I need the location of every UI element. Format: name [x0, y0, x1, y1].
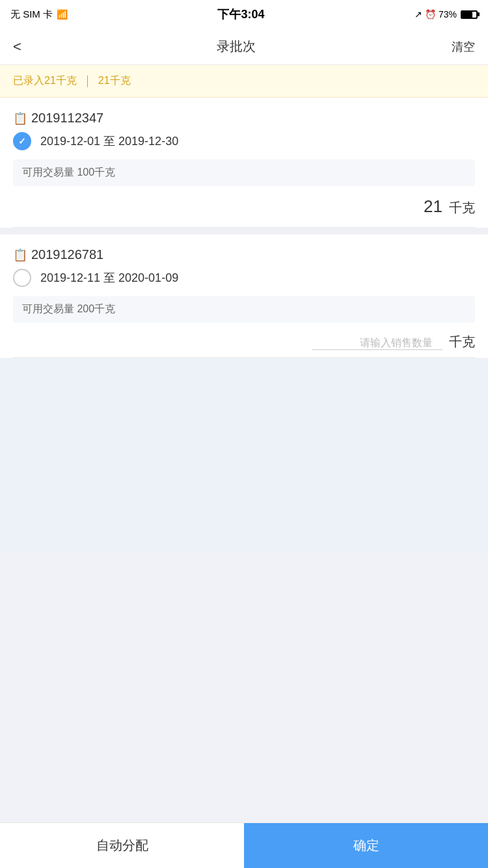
- location-icon: ↗: [414, 9, 422, 20]
- checkbox-1[interactable]: [13, 132, 31, 150]
- auto-distribute-button[interactable]: 自动分配: [0, 823, 244, 868]
- alarm-icon: ⏰: [425, 9, 436, 20]
- spacer-area: [0, 358, 488, 553]
- batch-icon-2: 📋: [13, 248, 27, 262]
- batch-card-2: 📋 2019126781 2019-12-11 至 2020-01-09 可用交…: [0, 234, 488, 358]
- quantity-unit-1: 千克: [449, 199, 475, 217]
- quantity-value-1: 21: [424, 197, 442, 217]
- status-right: ↗ ⏰ 73%: [414, 9, 478, 20]
- battery-percent: 73%: [439, 9, 457, 20]
- page-title: 录批次: [217, 38, 256, 55]
- battery-fill: [462, 12, 472, 18]
- batch-card-1: 📋 2019112347 2019-12-01 至 2019-12-30 可用交…: [0, 98, 488, 228]
- total-text: 21千克: [98, 74, 131, 88]
- available-text-1: 可用交易量 100千克: [22, 167, 115, 178]
- date-text-1: 2019-12-01 至 2019-12-30: [40, 133, 178, 149]
- batch-card-1-inner: 📋 2019112347 2019-12-01 至 2019-12-30 可用交…: [0, 98, 488, 186]
- status-time: 下午3:04: [217, 7, 264, 22]
- info-bar: 已录入21千克 21千克: [0, 65, 488, 98]
- no-sim-text: 无 SIM 卡: [10, 8, 53, 21]
- batch-id-row-2: 📋 2019126781: [13, 247, 475, 262]
- available-bar-1: 可用交易量 100千克: [13, 159, 475, 186]
- batch-id-row-1: 📋 2019112347: [13, 111, 475, 126]
- info-divider: [87, 75, 88, 87]
- section-divider: [0, 228, 488, 234]
- bottom-bar: 自动分配 确定: [0, 822, 488, 868]
- batch-id-text-1: 2019112347: [31, 111, 103, 126]
- quantity-unit-2: 千克: [449, 333, 475, 351]
- battery-icon: [461, 10, 478, 19]
- recorded-text: 已录入21千克: [13, 74, 77, 88]
- checkbox-2[interactable]: [13, 269, 31, 287]
- date-row-1: 2019-12-01 至 2019-12-30: [13, 132, 475, 150]
- confirm-button[interactable]: 确定: [244, 823, 488, 868]
- quantity-input-row-2: 千克: [0, 323, 488, 357]
- nav-bar: < 录批次 清空: [0, 29, 488, 65]
- available-text-2: 可用交易量 200千克: [22, 303, 115, 314]
- back-button[interactable]: <: [13, 40, 21, 54]
- wifi-icon: 📶: [57, 9, 68, 20]
- date-text-2: 2019-12-11 至 2020-01-09: [40, 270, 178, 286]
- available-bar-2: 可用交易量 200千克: [13, 296, 475, 323]
- batch-card-2-inner: 📋 2019126781 2019-12-11 至 2020-01-09 可用交…: [0, 234, 488, 323]
- quantity-row-1: 21 千克: [0, 186, 488, 227]
- clear-button[interactable]: 清空: [452, 39, 475, 55]
- date-row-2: 2019-12-11 至 2020-01-09: [13, 269, 475, 287]
- quantity-input-2[interactable]: [312, 334, 442, 350]
- status-bar: 无 SIM 卡 📶 下午3:04 ↗ ⏰ 73%: [0, 0, 488, 29]
- status-left: 无 SIM 卡 📶: [10, 8, 68, 21]
- batch-icon-1: 📋: [13, 111, 27, 126]
- batch-id-text-2: 2019126781: [31, 247, 103, 262]
